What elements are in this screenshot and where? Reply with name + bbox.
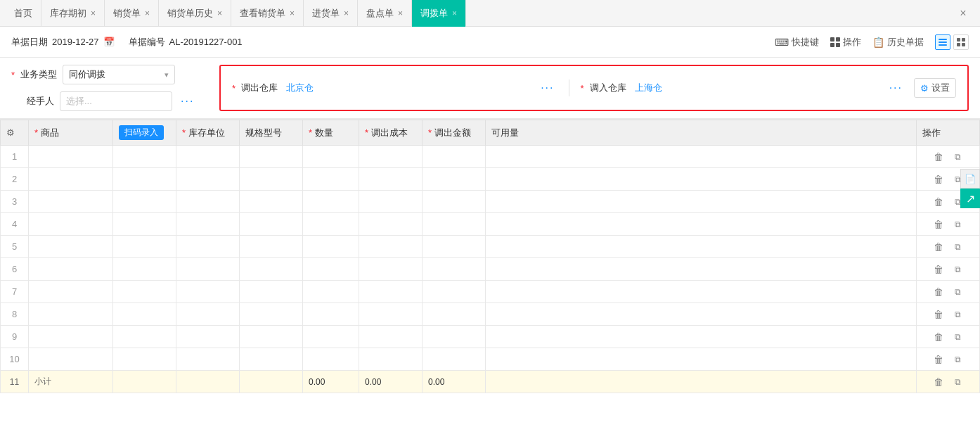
row-copy-icon-1[interactable]: ⧉ (951, 150, 965, 164)
window-close-button[interactable]: × (952, 0, 974, 27)
row-qty-6[interactable] (303, 258, 359, 281)
row-amount-9[interactable] (423, 326, 486, 348)
tab-transfer[interactable]: 调拨单 × (412, 0, 466, 27)
row-delete-icon-4[interactable]: 🗑 (931, 217, 946, 231)
row-cost-5[interactable] (359, 236, 423, 258)
row-delete-icon-5[interactable]: 🗑 (931, 240, 946, 254)
row-cost-7[interactable] (359, 281, 423, 303)
settings-button[interactable]: ⚙ 设置 (914, 78, 956, 98)
row-amount-6[interactable] (423, 258, 486, 281)
tab-purchase-order[interactable]: 进货单 × (304, 0, 358, 27)
row-copy-icon-8[interactable]: ⧉ (951, 307, 965, 321)
row-qty-5[interactable] (303, 236, 359, 258)
tab-sales-order-close[interactable]: × (145, 8, 150, 18)
shortcut-button[interactable]: ⌨ 快捷键 (775, 36, 819, 49)
row-cost-3[interactable] (359, 191, 423, 213)
row-copy-icon-4[interactable]: ⧉ (951, 217, 965, 231)
row-product-3[interactable] (29, 191, 113, 213)
row-copy-icon-6[interactable]: ⧉ (951, 262, 965, 276)
row-cost-10[interactable] (359, 348, 423, 371)
tab-view-sales[interactable]: 查看销货单 × (231, 0, 304, 27)
row-product-5[interactable] (29, 236, 113, 258)
row-qty-10[interactable] (303, 348, 359, 371)
row-amount-7[interactable] (423, 281, 486, 303)
row-cost-9[interactable] (359, 326, 423, 348)
layout-lines-button[interactable] (935, 34, 950, 50)
row-qty-2[interactable] (303, 168, 359, 191)
row-delete-icon-2[interactable]: 🗑 (931, 172, 946, 186)
handler-select[interactable]: 选择... (60, 91, 172, 111)
row-copy-icon-9[interactable]: ⧉ (951, 330, 965, 344)
tab-sales-history[interactable]: 销货单历史 × (159, 0, 231, 27)
row-delete-icon-10[interactable]: 🗑 (931, 352, 946, 367)
row-qty-3[interactable] (303, 191, 359, 213)
row-qty-8[interactable] (303, 303, 359, 326)
calendar-icon[interactable]: 📅 (103, 37, 115, 47)
tab-view-sales-close[interactable]: × (290, 8, 295, 18)
row-delete-icon-7[interactable]: 🗑 (931, 285, 946, 299)
history-button[interactable]: 📋 历史单据 (872, 36, 924, 49)
row-qty-7[interactable] (303, 281, 359, 303)
toolbar-right: ⌨ 快捷键 操作 📋 历史单据 (775, 34, 969, 50)
row-cost-8[interactable] (359, 303, 423, 326)
layout-grid-button[interactable] (953, 34, 969, 50)
row-product-10[interactable] (29, 348, 113, 371)
row-delete-icon-1[interactable]: 🗑 (931, 150, 946, 164)
row-product-8[interactable] (29, 303, 113, 326)
tab-home-label: 首页 (14, 7, 32, 20)
row-product-4[interactable] (29, 213, 113, 236)
float-doc-button[interactable]: 📄 (960, 169, 980, 189)
row-empty-8 (240, 303, 303, 326)
row-copy-icon[interactable]: ⧉ (951, 375, 965, 389)
col-gear[interactable]: ⚙ (1, 120, 29, 146)
row-delete-icon[interactable]: 🗑 (931, 375, 946, 389)
tab-inventory-init[interactable]: 库存期初 × (41, 0, 105, 27)
row-qty-9[interactable] (303, 326, 359, 348)
tab-home[interactable]: 首页 (6, 0, 41, 27)
row-cost-4[interactable] (359, 213, 423, 236)
row-cost-2[interactable] (359, 168, 423, 191)
row-delete-icon-8[interactable]: 🗑 (931, 307, 946, 321)
table-gear-icon[interactable]: ⚙ (6, 127, 15, 138)
row-product-7[interactable] (29, 281, 113, 303)
row-copy-icon-7[interactable]: ⧉ (951, 285, 965, 299)
row-amount-8[interactable] (423, 303, 486, 326)
row-product-9[interactable] (29, 326, 113, 348)
row-amount-1[interactable] (423, 146, 486, 168)
row-copy-icon-5[interactable]: ⧉ (951, 240, 965, 254)
out-warehouse-dots[interactable]: ··· (538, 82, 557, 94)
row-spec-9 (176, 326, 240, 348)
tab-inventory-check[interactable]: 盘点单 × (358, 0, 412, 27)
row-copy-icon-10[interactable]: ⧉ (951, 352, 965, 367)
tab-sales-history-close[interactable]: × (217, 8, 222, 18)
row-product-6[interactable] (29, 258, 113, 281)
row-amount-3[interactable] (423, 191, 486, 213)
row-product-2[interactable] (29, 168, 113, 191)
col-scan[interactable]: 扫码录入 (113, 120, 176, 146)
in-warehouse-dots[interactable]: ··· (886, 82, 905, 94)
float-export-button[interactable]: ↗ (960, 189, 980, 208)
row-qty-1[interactable] (303, 146, 359, 168)
row-empty-6 (240, 258, 303, 281)
row-amount-10[interactable] (423, 348, 486, 371)
row-delete-icon-9[interactable]: 🗑 (931, 330, 946, 344)
operation-button[interactable]: 操作 (830, 36, 861, 49)
row-cost-1[interactable] (359, 146, 423, 168)
scan-button[interactable]: 扫码录入 (119, 125, 164, 140)
handler-dots[interactable]: ··· (178, 95, 197, 108)
tab-inventory-check-close[interactable]: × (398, 8, 403, 18)
business-type-select[interactable]: 同价调拨 ▾ (63, 65, 175, 84)
row-available-3 (486, 191, 917, 213)
row-amount-2[interactable] (423, 168, 486, 191)
row-delete-icon-3[interactable]: 🗑 (931, 195, 946, 209)
tab-inventory-init-close[interactable]: × (91, 8, 96, 18)
tab-purchase-order-close[interactable]: × (344, 8, 349, 18)
row-amount-5[interactable] (423, 236, 486, 258)
row-delete-icon-6[interactable]: 🗑 (931, 262, 946, 276)
row-amount-4[interactable] (423, 213, 486, 236)
tab-sales-order[interactable]: 销货单 × (105, 0, 159, 27)
row-product-1[interactable] (29, 146, 113, 168)
row-cost-6[interactable] (359, 258, 423, 281)
row-qty-4[interactable] (303, 213, 359, 236)
tab-transfer-close[interactable]: × (452, 8, 457, 18)
